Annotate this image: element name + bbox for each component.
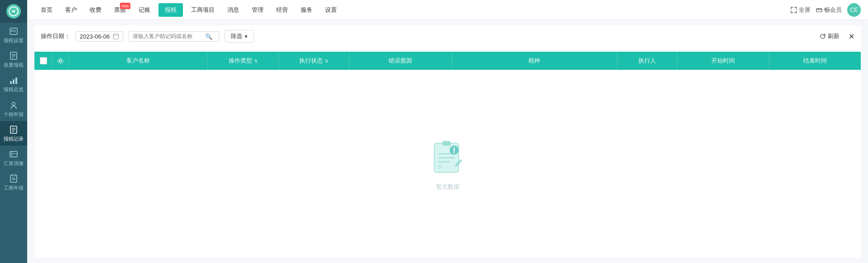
sidebar-item-baoshui-zonglian-label: 报税总览 (4, 87, 24, 93)
nav-item-shoufei[interactable]: 收费 (83, 0, 108, 20)
fullscreen-icon (791, 7, 797, 13)
sidebar-item-piliang-baoshui-label: 批量报税 (4, 62, 24, 68)
svg-rect-9 (10, 81, 12, 84)
svg-rect-1 (10, 28, 17, 34)
piaoju-new-badge: new (120, 3, 130, 9)
sidebar-item-piliang-baoshui[interactable]: 批量报税 (0, 47, 27, 72)
geshuishenbao-icon (9, 100, 19, 110)
date-picker[interactable]: 2023-06-06 (76, 31, 123, 42)
table-body: 暂无数据 (34, 70, 861, 258)
svg-rect-2 (11, 30, 13, 32)
svg-point-12 (12, 102, 15, 105)
sidebar-item-geshuishenbao-label: 个税申报 (4, 112, 24, 117)
content-area: 操作日期： 2023-06-06 🔍 筛选 ▼ (27, 20, 868, 263)
vip-btn[interactable]: 畅会员 (816, 6, 842, 14)
search-icon[interactable]: 🔍 (205, 33, 212, 40)
svg-point-38 (438, 165, 441, 170)
refresh-icon (820, 33, 826, 39)
baoshui-jilu-icon (9, 125, 19, 135)
sidebar-item-geshuishenbao[interactable]: 个税申报 (0, 97, 27, 121)
svg-rect-10 (13, 79, 14, 84)
th-status[interactable]: 执行状态 ⇅ (279, 52, 350, 70)
th-executor: 执行人 (617, 52, 677, 70)
sidebar-item-huisuan-qingchu-label: 汇算清缴 (4, 161, 24, 166)
sidebar-item-baoshui-jilu-label: 报税记录 (4, 136, 24, 142)
nav-item-guanli[interactable]: 管理 (245, 0, 270, 20)
th-op-type[interactable]: 操作类型 ⇅ (208, 52, 278, 70)
sidebar-item-baoshui-zonglian[interactable]: 报税总览 (0, 72, 27, 96)
sidebar-item-baoshui-shezhi-label: 报税设置 (4, 38, 24, 44)
nav-right: 全屏 畅会员 CE (791, 3, 861, 17)
svg-rect-17 (10, 151, 17, 157)
empty-state: 暂无数据 (34, 70, 861, 258)
svg-rect-11 (15, 78, 17, 84)
th-tax: 税种 (452, 52, 617, 70)
svg-rect-31 (442, 141, 451, 146)
filter-button[interactable]: 筛选 ▼ (225, 30, 254, 43)
th-start-time: 开始时间 (677, 52, 769, 70)
huisuan-qingchu-icon (9, 149, 19, 159)
avatar[interactable]: CE (847, 3, 861, 17)
sidebar: 报税设置 批量报税 报税总览 (0, 0, 27, 263)
th-error: 错误股因 (350, 52, 452, 70)
close-button[interactable]: ✕ (849, 32, 854, 41)
svg-point-37 (453, 152, 455, 153)
calendar-icon (113, 33, 119, 39)
svg-rect-21 (12, 174, 15, 176)
nav-item-jizhang[interactable]: 记账 (132, 0, 157, 20)
sidebar-item-gongshang-nianbao-label: 工商年报 (4, 185, 24, 191)
search-input[interactable] (133, 33, 205, 39)
vip-icon (816, 7, 822, 13)
table-container: 操作日期： 2023-06-06 🔍 筛选 ▼ (34, 25, 861, 258)
table-header: 客户名称 操作类型 ⇅ 执行状态 ⇅ 错误股因 税种 执行人 (34, 52, 861, 70)
th-customer-name: 客户名称 (69, 52, 208, 70)
nav-item-jingying[interactable]: 经营 (270, 0, 294, 20)
op-type-sort-icon: ⇅ (254, 58, 258, 63)
gear-icon (57, 58, 64, 64)
sidebar-logo (0, 0, 27, 23)
logo-icon (6, 4, 21, 19)
chevron-down-icon: ▼ (244, 34, 249, 39)
refresh-button[interactable]: 刷新 (820, 32, 839, 40)
baoshui-zonglian-icon (9, 75, 19, 85)
filter-bar: 操作日期： 2023-06-06 🔍 筛选 ▼ (34, 25, 861, 47)
sidebar-item-baoshui-jilu[interactable]: 报税记录 (0, 121, 27, 146)
baoshui-shezhi-icon (9, 26, 19, 36)
svg-point-29 (59, 60, 62, 62)
nav-item-shezhi[interactable]: 设置 (319, 0, 343, 20)
fullscreen-btn[interactable]: 全屏 (791, 6, 810, 14)
header-checkbox[interactable] (40, 57, 47, 64)
top-nav: 首页 客户 收费 票据 new 记账 报税 工商项目 消息 (27, 0, 868, 20)
sidebar-item-huisuan-qingchu[interactable]: 汇算清缴 (0, 146, 27, 170)
th-checkbox[interactable] (34, 52, 53, 70)
th-end-time: 结束时间 (769, 52, 861, 70)
nav-item-customer[interactable]: 客户 (59, 0, 83, 20)
sidebar-item-gongshang-nianbao[interactable]: 工商年报 (0, 170, 27, 195)
empty-illustration (430, 136, 466, 177)
gongshang-nianbao-icon (9, 174, 19, 184)
search-wrap[interactable]: 🔍 (129, 31, 219, 42)
empty-text: 暂无数据 (436, 183, 460, 191)
svg-rect-25 (113, 34, 119, 39)
main-area: 首页 客户 收费 票据 new 记账 报税 工商项目 消息 (27, 0, 868, 263)
date-label: 操作日期： (41, 32, 70, 40)
nav-items: 首页 客户 收费 票据 new 记账 报税 工商项目 消息 (34, 0, 791, 20)
nav-item-fuwu[interactable]: 服务 (294, 0, 319, 20)
nav-item-baoshui[interactable]: 报税 (158, 3, 183, 17)
sidebar-item-baoshui-shezhi[interactable]: 报税设置 (0, 23, 27, 47)
nav-item-piaoju[interactable]: 票据 new (108, 0, 132, 20)
th-gear[interactable] (53, 52, 69, 70)
status-sort-icon: ⇅ (325, 58, 328, 63)
date-value: 2023-06-06 (80, 33, 110, 40)
nav-item-xiaoxi[interactable]: 消息 (221, 0, 245, 20)
piliang-baoshui-icon (9, 51, 19, 61)
nav-item-gongshang-xiangmu[interactable]: 工商项目 (185, 0, 221, 20)
nav-item-home[interactable]: 首页 (34, 0, 59, 20)
